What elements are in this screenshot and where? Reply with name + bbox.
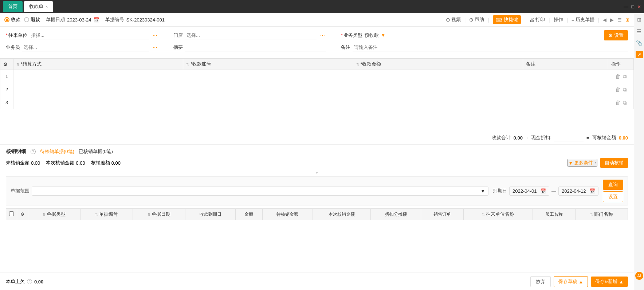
store-field: 门店 ···	[173, 31, 326, 39]
row-1-copy-icon[interactable]: ⧉	[623, 73, 627, 80]
calendar-icon[interactable]: 📅	[94, 17, 99, 23]
bottom-info-icon[interactable]: ?	[27, 279, 32, 284]
refund-radio-dot	[24, 17, 29, 22]
staff-field: 业务员 ···	[6, 43, 159, 51]
row-1-remark[interactable]	[523, 70, 608, 83]
operation-btn[interactable]: 操作	[554, 16, 563, 23]
print-btn[interactable]: 🖨 打印	[529, 16, 545, 23]
recon-settings-btn[interactable]: 设置	[603, 191, 623, 202]
counterparty-more-btn[interactable]: ···	[151, 32, 159, 38]
calendar-icon-start: 📅	[540, 188, 546, 194]
window-close[interactable]: ✕	[637, 4, 641, 9]
row-3-amount[interactable]	[353, 96, 523, 109]
table-body: 1 🗑 ⧉ 2	[0, 70, 634, 109]
counterparty-input[interactable]	[30, 31, 149, 39]
summary-input[interactable]	[185, 43, 326, 51]
staff-more-btn[interactable]: ···	[151, 44, 159, 50]
store-more-btn[interactable]: ···	[319, 32, 326, 38]
save-new-btn[interactable]: 保存&新增 ▲	[591, 277, 628, 287]
receive-table-container: ⚙ ⇅ *结算方式 ⇅ *收款账号 ⇅ *收款金额	[0, 58, 634, 131]
auto-recon-btn[interactable]: 自动核销	[600, 158, 628, 168]
home-tab[interactable]: 首页	[3, 1, 23, 12]
row-1-account[interactable]	[183, 70, 353, 83]
row-1-amount[interactable]	[353, 70, 523, 83]
sidebar-form-icon[interactable]: ☰	[636, 28, 643, 35]
col-remark: 备注	[523, 59, 608, 70]
nav-next-icon[interactable]: ▶	[610, 17, 614, 23]
window-controls: — □ ✕	[624, 4, 641, 9]
row-2-amount[interactable]	[353, 83, 523, 96]
store-input[interactable]	[185, 31, 317, 39]
window-maximize[interactable]: □	[631, 4, 634, 9]
range-select[interactable]: ▼	[32, 187, 488, 196]
recon-info-icon[interactable]: ?	[31, 149, 36, 154]
row-3-settle[interactable]	[13, 96, 183, 109]
grid-icon[interactable]: ⊞	[625, 17, 629, 23]
more-filter-btn[interactable]: ▼ 更多条件 ∧	[568, 159, 597, 167]
row-3-remark[interactable]	[523, 96, 608, 109]
row-num-2: 2	[0, 83, 13, 96]
row-3-delete-icon[interactable]: 🗑	[615, 99, 621, 106]
pending-recon-tab[interactable]: 待核销单据(0笔)	[40, 148, 74, 155]
receive-table: ⚙ ⇅ *结算方式 ⇅ *收款账号 ⇅ *收款金额	[0, 58, 634, 109]
bottom-bar: 本单上欠 ? 0.00 放弃 保存草稿 ▲ 保存&新增 ▲	[0, 273, 634, 290]
save-draft-btn[interactable]: 保存草稿 ▲	[554, 276, 588, 287]
due-date-field: 到期日 2022-04-01 📅 — 2022-04-12 📅	[493, 187, 598, 196]
sidebar-expand-icon[interactable]: ⤢	[636, 51, 643, 58]
ai-button[interactable]: Ai	[635, 272, 643, 280]
row-1-delete-icon[interactable]: 🗑	[615, 73, 621, 80]
row-2-action: 🗑 ⧉	[608, 83, 634, 96]
history-btn[interactable]: ≡ 历史单据	[572, 16, 594, 23]
business-type-dropdown[interactable]: ▼	[381, 33, 385, 38]
select-all-checkbox[interactable]	[9, 211, 14, 216]
start-date-input[interactable]: 2022-04-01 📅	[509, 187, 549, 196]
staff-input[interactable]	[22, 43, 149, 51]
calendar-icon-end: 📅	[589, 188, 595, 194]
row-num-1: 1	[0, 70, 13, 83]
table-row: 1 🗑 ⧉	[0, 70, 634, 83]
row-3-account[interactable]	[183, 96, 353, 109]
row-2-remark[interactable]	[523, 83, 608, 96]
row-2-account[interactable]	[183, 83, 353, 96]
row-2-settle[interactable]	[13, 83, 183, 96]
row-1-settle[interactable]	[13, 70, 183, 83]
col-checkbox-header[interactable]	[6, 209, 17, 220]
shortcut-btn[interactable]: ⌨ 快捷键	[493, 15, 521, 24]
list-icon[interactable]: ☰	[617, 17, 622, 23]
end-date-input[interactable]: 2022-04-12 📅	[558, 187, 598, 196]
settings-btn[interactable]: ⚙ 设置	[604, 30, 628, 40]
nav-prev-icon[interactable]: ◀	[603, 17, 606, 23]
bottom-bar-info: 本单上欠 ? 0.00	[6, 278, 43, 285]
window-minimize[interactable]: —	[624, 4, 628, 9]
collapse-icon[interactable]: ▼	[6, 171, 628, 175]
active-tab[interactable]: 收款单 ×	[24, 1, 53, 12]
discard-btn[interactable]: 放弃	[530, 276, 551, 287]
doc-date-field: 单据日期 2023-03-24 📅	[46, 16, 99, 23]
col-amount: 金额	[236, 209, 263, 220]
filter-row: 单据范围 ▼ 到期日 2022-04-01 📅 — 2022-04-12	[6, 176, 628, 205]
row-2-copy-icon[interactable]: ⧉	[623, 86, 627, 93]
discount-input[interactable]	[554, 134, 584, 141]
sidebar-table-icon[interactable]: ⊞	[636, 16, 643, 23]
col-receive-amount: ⇅ *收款金额	[353, 59, 523, 70]
sidebar-clip-icon[interactable]: 📎	[636, 39, 643, 47]
video-btn[interactable]: ⊙ 视频	[446, 16, 461, 23]
col-discount-split: 折扣分摊额	[371, 209, 421, 220]
col-receive-account: ⇅ *收款账号	[183, 59, 353, 70]
query-btn[interactable]: 查询	[603, 180, 623, 190]
form-section: *往来单位 ··· 门店 ··· *业务类型 预收款 ▼	[0, 27, 634, 58]
refund-radio[interactable]: 退款	[24, 16, 40, 23]
recon-table-container: ⚙ ⇅ 单据类型 ⇅ 单据编号 ⇅ 单据日期	[6, 208, 628, 269]
table-settings-icon[interactable]: ⚙	[0, 59, 13, 70]
help-btn[interactable]: ⊙ 帮助	[469, 16, 484, 23]
close-tab-icon[interactable]: ×	[46, 4, 48, 9]
remark-input[interactable]	[353, 43, 628, 51]
col-gear-header[interactable]: ⚙	[17, 209, 28, 220]
row-2-delete-icon[interactable]: 🗑	[615, 86, 621, 93]
receipt-radio[interactable]: 收款	[4, 16, 20, 23]
remark-field: 备注	[341, 43, 628, 51]
range-field: 单据范围 ▼	[11, 187, 488, 196]
row-3-action: 🗑 ⧉	[608, 96, 634, 109]
done-recon-tab[interactable]: 已核销单据(0笔)	[79, 148, 113, 155]
row-3-copy-icon[interactable]: ⧉	[623, 99, 627, 106]
